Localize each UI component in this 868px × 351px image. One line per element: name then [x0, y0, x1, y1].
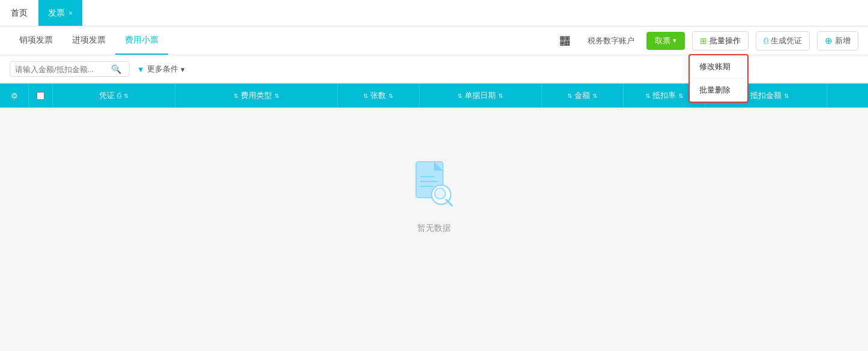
th-voucher-sort-icon: ⇅	[124, 93, 128, 99]
th-date-sort-asc-icon: ⇅	[457, 93, 462, 99]
batch-ops-icon: ⊞	[700, 36, 707, 46]
th-extra	[827, 84, 868, 108]
add-icon: ⊕	[825, 35, 833, 46]
settings-icon: ⚙	[11, 91, 18, 100]
tab-jinxiang[interactable]: 进项发票	[62, 26, 115, 55]
tab-feiyong[interactable]: 费用小票	[115, 26, 168, 55]
th-date-sort-desc-icon: ⇅	[498, 93, 503, 99]
th-count[interactable]: ⇅ 张数 ⇅	[338, 84, 420, 108]
th-amount-sort-asc-icon: ⇅	[567, 93, 572, 99]
dropdown-item-modify-period[interactable]: 修改账期	[690, 55, 747, 78]
svg-rect-8	[565, 44, 567, 46]
th-count-sort-asc-icon: ⇅	[363, 93, 368, 99]
th-count-label: 张数	[370, 90, 386, 101]
search-icon[interactable]: 🔍	[111, 64, 121, 74]
add-new-button[interactable]: ⊕ 新增	[817, 31, 858, 50]
add-new-label: 新增	[835, 35, 851, 46]
svg-rect-5	[561, 42, 563, 44]
th-deduct-amount-label: 抵扣金额	[750, 90, 782, 101]
dropdown-item-batch-delete[interactable]: 批量删除	[690, 78, 747, 102]
qupiao-chevron-icon: ▾	[673, 37, 677, 44]
more-conditions-button[interactable]: ▼ 更多条件 ▾	[137, 64, 185, 75]
qupiao-button[interactable]: 取票 ▾	[646, 32, 685, 50]
batch-ops-wrapper: ⊞ 批量操作 修改账期 批量删除	[692, 31, 749, 50]
generate-voucher-button[interactable]: ⎙ 生成凭证	[756, 31, 810, 50]
tax-account-button[interactable]: 税务数字账户	[583, 32, 639, 50]
svg-rect-3	[561, 37, 563, 39]
invoice-tab[interactable]: 发票 ×	[38, 0, 82, 26]
empty-state: 暂无数据	[0, 108, 868, 258]
th-date-label: 单据日期	[465, 90, 496, 101]
sub-nav: 销项发票 进项发票 费用小票 税务数字账户	[0, 26, 868, 55]
th-amount-label: 金额	[574, 90, 590, 101]
th-amount[interactable]: ⇅ 金额 ⇅	[542, 84, 624, 108]
empty-state-icon	[404, 156, 464, 216]
th-expense-type-sort-asc-icon: ⇅	[234, 93, 238, 99]
voucher-icon: ⎙	[764, 36, 768, 45]
th-date[interactable]: ⇅ 单据日期 ⇅	[420, 84, 542, 108]
th-deduct-rate-label: 抵扣率	[653, 90, 676, 101]
th-expense-type-sort-desc-icon: ⇅	[274, 93, 279, 99]
th-voucher-icon: ⎙	[117, 91, 121, 100]
qupiao-label: 取票	[655, 35, 671, 46]
invoice-tab-close[interactable]: ×	[68, 9, 73, 17]
th-settings[interactable]: ⚙	[0, 84, 29, 108]
batch-ops-button[interactable]: ⊞ 批量操作	[692, 31, 749, 50]
generate-voucher-label: 生成凭证	[771, 35, 802, 46]
sub-nav-actions: 税务数字账户 取票 ▾ ⊞ 批量操作 修改账期 批量删除 ⎙ 生成凭证 ⊕	[554, 31, 858, 50]
th-deduct-amount-sort-desc-icon: ⇅	[784, 93, 789, 99]
th-deduct-rate-sort-desc-icon: ⇅	[678, 93, 683, 99]
empty-state-text: 暂无数据	[417, 223, 451, 234]
batch-ops-label: 批量操作	[710, 35, 741, 46]
th-deduct-rate-sort-asc-icon: ⇅	[645, 93, 650, 99]
tab-xiaoxiang[interactable]: 销项发票	[10, 26, 62, 55]
invoice-tab-label: 发票	[48, 8, 65, 19]
th-expense-type[interactable]: ⇅ 费用类型 ⇅	[175, 84, 338, 108]
qr-icon	[559, 35, 571, 47]
th-checkbox[interactable]	[29, 84, 53, 108]
more-conditions-label: 更多条件	[147, 64, 178, 75]
qr-code-button[interactable]	[554, 31, 576, 50]
more-conditions-chevron-icon: ▾	[181, 65, 185, 74]
batch-dropdown-menu: 修改账期 批量删除	[689, 54, 749, 103]
top-nav: 首页 发票 ×	[0, 0, 868, 26]
th-expense-type-label: 费用类型	[241, 90, 272, 101]
svg-rect-9	[568, 44, 570, 46]
svg-point-15	[435, 188, 445, 199]
home-tab[interactable]: 首页	[0, 0, 38, 26]
svg-rect-6	[565, 41, 567, 43]
search-wrap[interactable]: 🔍	[10, 61, 130, 77]
tax-account-label: 税务数字账户	[588, 35, 634, 46]
th-voucher[interactable]: 凭证 ⎙ ⇅	[53, 84, 175, 108]
th-voucher-label: 凭证	[99, 90, 115, 101]
sub-nav-tabs: 销项发票 进项发票 费用小票	[10, 26, 168, 55]
svg-rect-4	[567, 37, 568, 39]
filter-icon: ▼	[137, 65, 145, 74]
search-input[interactable]	[15, 65, 111, 74]
th-amount-sort-desc-icon: ⇅	[592, 93, 597, 99]
th-count-sort-desc-icon: ⇅	[388, 93, 393, 99]
svg-rect-7	[568, 41, 570, 43]
select-all-checkbox[interactable]	[37, 92, 44, 100]
